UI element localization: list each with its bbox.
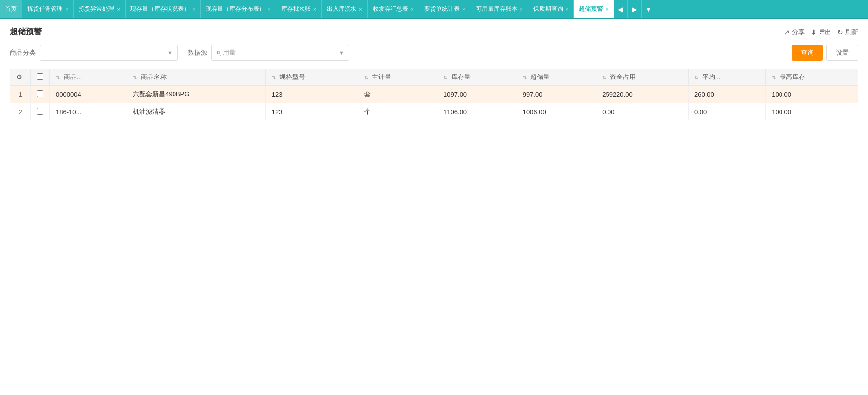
nav-tab-demand[interactable]: 要货单统计表 ×	[419, 0, 471, 19]
cell-name: 六配套新昌490BPG	[127, 86, 266, 103]
category-filter-group: 商品分类 ▼	[10, 45, 178, 61]
export-icon: ⬇	[811, 28, 817, 36]
page-content: 超储预警 ↗ 分享 ⬇ 导出 ↻ 刷新 商品分类 ▼ 数据源	[0, 19, 868, 395]
nav-arrow-more[interactable]: ▼	[642, 0, 655, 19]
export-button[interactable]: ⬇ 导出	[811, 28, 831, 37]
datasource-label: 数据源	[188, 48, 207, 57]
cell-code: 186-10...	[50, 103, 127, 120]
share-icon: ↗	[784, 28, 790, 36]
close-icon[interactable]: ×	[605, 6, 608, 12]
close-icon[interactable]: ×	[520, 6, 523, 12]
sort-icon: ⇅	[772, 75, 776, 80]
refresh-icon: ↻	[837, 28, 843, 36]
th-capital[interactable]: ⇅ 资金占用	[596, 69, 689, 86]
row-num: 1	[10, 86, 31, 103]
sort-icon: ⇅	[133, 75, 137, 80]
nav-tab-home[interactable]: 首页	[0, 0, 22, 19]
row-checkbox-cell	[31, 86, 50, 103]
th-overstock[interactable]: ⇅ 超储量	[517, 69, 596, 86]
sort-icon: ⇅	[602, 75, 606, 80]
nav-tab-task[interactable]: 拣货任务管理 ×	[22, 0, 74, 19]
cell-max-stock: 100.00	[766, 103, 858, 120]
share-button[interactable]: ↗ 分享	[784, 28, 805, 37]
cell-capital: 0.00	[596, 103, 689, 120]
nav-tab-summary[interactable]: 收发存汇总表 ×	[368, 0, 419, 19]
nav-arrow-right[interactable]: ▶	[628, 0, 642, 19]
table-header-row: ⚙ ⇅ 商品... ⇅ 商品名称 ⇅ 规格型号 ⇅	[10, 69, 858, 86]
cell-overstock: 1006.00	[517, 103, 596, 120]
row-num: 2	[10, 103, 31, 120]
sort-icon: ⇅	[56, 75, 60, 80]
row-checkbox[interactable]	[37, 90, 43, 97]
gear-icon[interactable]: ⚙	[16, 73, 24, 81]
datasource-select-text: 可用量	[217, 48, 236, 57]
cell-unit: 套	[358, 86, 437, 103]
sort-icon: ⇅	[364, 75, 368, 80]
row-checkbox-cell	[31, 103, 50, 120]
table-row: 1 0000004 六配套新昌490BPG 123 套 1097.00 997.…	[10, 86, 858, 103]
th-avg-price[interactable]: ⇅ 平均...	[688, 69, 765, 86]
cell-spec: 123	[265, 103, 358, 120]
th-spec[interactable]: ⇅ 规格型号	[265, 69, 358, 86]
cell-avg-price: 260.00	[688, 86, 765, 103]
cell-max-stock: 100.00	[766, 86, 858, 103]
page-title: 超储预警	[10, 27, 42, 37]
close-icon[interactable]: ×	[192, 6, 195, 12]
cell-avg-price: 0.00	[688, 103, 765, 120]
nav-arrow-left[interactable]: ◀	[614, 0, 628, 19]
th-code[interactable]: ⇅ 商品...	[50, 69, 127, 86]
filter-area: 商品分类 ▼ 数据源 可用量 ▼ 查询 设置	[10, 45, 858, 61]
chevron-down-icon: ▼	[167, 50, 173, 56]
nav-tab-exception[interactable]: 拣货异常处理 ×	[74, 0, 125, 19]
chevron-down-icon: ▼	[339, 50, 344, 56]
th-unit[interactable]: ⇅ 主计量	[358, 69, 437, 86]
close-icon[interactable]: ×	[313, 6, 316, 12]
cell-name: 机油滤清器	[127, 103, 266, 120]
data-table: ⚙ ⇅ 商品... ⇅ 商品名称 ⇅ 规格型号 ⇅	[10, 69, 858, 120]
cell-overstock: 997.00	[517, 86, 596, 103]
th-max-stock[interactable]: ⇅ 最高库存	[766, 69, 858, 86]
select-all-checkbox[interactable]	[37, 73, 43, 80]
filter-buttons: 查询 设置	[792, 45, 858, 61]
nav-tab-overstock[interactable]: 超储预警 ×	[574, 0, 613, 19]
cell-stock: 1097.00	[437, 86, 517, 103]
close-icon[interactable]: ×	[462, 6, 465, 12]
nav-tab-stock-dist[interactable]: 现存量（库存分布表） ×	[201, 0, 276, 19]
close-icon[interactable]: ×	[117, 6, 120, 12]
refresh-button[interactable]: ↻ 刷新	[837, 28, 858, 37]
th-name[interactable]: ⇅ 商品名称	[127, 69, 266, 86]
cell-capital: 259220.00	[596, 86, 689, 103]
close-icon[interactable]: ×	[565, 6, 568, 12]
th-stock[interactable]: ⇅ 库存量	[437, 69, 517, 86]
nav-tab-flow[interactable]: 出入库流水 ×	[322, 0, 367, 19]
datasource-select[interactable]: 可用量 ▼	[211, 45, 349, 61]
sort-icon: ⇅	[443, 75, 447, 80]
close-icon[interactable]: ×	[65, 6, 68, 12]
close-icon[interactable]: ×	[411, 6, 414, 12]
cell-spec: 123	[265, 86, 358, 103]
page-header: 超储预警 ↗ 分享 ⬇ 导出 ↻ 刷新	[10, 27, 858, 37]
th-checkbox	[31, 69, 50, 86]
header-actions: ↗ 分享 ⬇ 导出 ↻ 刷新	[784, 28, 858, 37]
nav-tab-quality[interactable]: 保质期查询 ×	[528, 0, 574, 19]
cell-code: 0000004	[50, 86, 127, 103]
setting-button[interactable]: 设置	[826, 45, 858, 61]
close-icon[interactable]: ×	[267, 6, 270, 12]
close-icon[interactable]: ×	[359, 6, 362, 12]
nav-tab-stock-status[interactable]: 现存量（库存状况表） ×	[126, 0, 201, 19]
th-settings: ⚙	[10, 69, 31, 86]
query-button[interactable]: 查询	[792, 45, 823, 61]
category-select[interactable]: ▼	[40, 45, 178, 61]
category-label: 商品分类	[10, 48, 36, 57]
nav-tab-available[interactable]: 可用量库存账本 ×	[471, 0, 528, 19]
nav-tab-batch[interactable]: 库存批次账 ×	[276, 0, 322, 19]
cell-stock: 1106.00	[437, 103, 517, 120]
table-row: 2 186-10... 机油滤清器 123 个 1106.00 1006.00 …	[10, 103, 858, 120]
sort-icon: ⇅	[272, 75, 276, 80]
datasource-filter-group: 数据源 可用量 ▼	[188, 45, 349, 61]
row-checkbox[interactable]	[37, 108, 43, 115]
cell-unit: 个	[358, 103, 437, 120]
sort-icon: ⇅	[694, 75, 698, 80]
top-nav: 首页 拣货任务管理 × 拣货异常处理 × 现存量（库存状况表） × 现存量（库存…	[0, 0, 868, 19]
sort-icon: ⇅	[523, 75, 527, 80]
